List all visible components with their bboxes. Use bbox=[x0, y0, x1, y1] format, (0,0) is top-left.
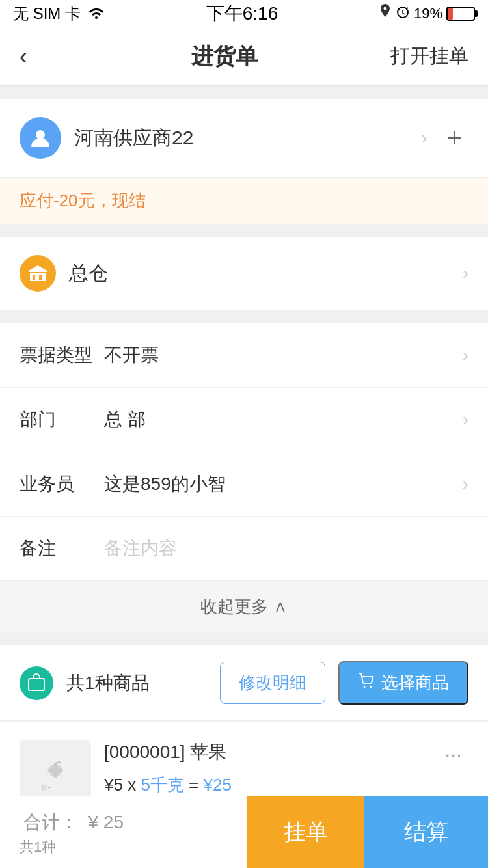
remark-input[interactable]: 备注内容 bbox=[104, 536, 468, 561]
wifi-icon bbox=[87, 5, 105, 23]
invoice-chevron-icon: › bbox=[463, 345, 468, 366]
total-amount: 合计： ¥ 25 bbox=[20, 808, 228, 835]
warehouse-row[interactable]: 总仓 › bbox=[0, 237, 488, 310]
remark-row[interactable]: 备注 备注内容 bbox=[0, 517, 488, 581]
salesperson-label: 业务员 bbox=[20, 472, 104, 496]
battery-icon bbox=[446, 7, 475, 21]
department-value: 总 部 bbox=[104, 407, 463, 432]
modify-detail-button[interactable]: 修改明细 bbox=[220, 662, 325, 704]
collapse-row[interactable]: 收起更多 ∧ bbox=[0, 581, 488, 632]
salesperson-chevron-icon: › bbox=[463, 474, 468, 495]
equals-symbol: = bbox=[189, 775, 203, 794]
divider-3 bbox=[0, 310, 488, 323]
alarm-icon bbox=[396, 5, 410, 23]
product-menu-button[interactable]: ··· bbox=[438, 740, 468, 769]
unit-price: ¥5 bbox=[104, 775, 123, 794]
total-value: ¥ 25 bbox=[88, 812, 124, 832]
hang-button[interactable]: 挂单 bbox=[247, 796, 364, 868]
invoice-label: 票据类型 bbox=[20, 343, 104, 368]
department-row[interactable]: 部门 总 部 › bbox=[0, 388, 488, 452]
svg-point-3 bbox=[364, 686, 366, 688]
products-header: 共1种商品 修改明细 选择商品 bbox=[0, 645, 488, 720]
supplier-name: 河南供应商22 bbox=[74, 125, 421, 152]
invoice-row[interactable]: 票据类型 不开票 › bbox=[0, 323, 488, 388]
product-id: [0000001] bbox=[104, 742, 185, 762]
quantity: 5千克 bbox=[141, 775, 183, 794]
product-price: ¥5 x 5千克 = ¥25 bbox=[104, 774, 425, 796]
product-name: [0000001] 苹果 bbox=[104, 740, 425, 765]
location-icon bbox=[379, 4, 392, 23]
remark-label: 备注 bbox=[20, 536, 104, 561]
add-supplier-button[interactable]: + bbox=[441, 124, 468, 153]
product-title: 苹果 bbox=[190, 742, 226, 762]
supplier-section: 河南供应商22 › + 应付-20元，现结 bbox=[0, 99, 488, 224]
products-icon bbox=[20, 666, 53, 700]
status-right: 19% bbox=[379, 4, 475, 23]
select-product-label: 选择商品 bbox=[381, 671, 449, 694]
invoice-value: 不开票 bbox=[104, 343, 463, 368]
svg-point-7 bbox=[47, 768, 63, 773]
checkout-button[interactable]: 结算 bbox=[364, 796, 488, 868]
divider-2 bbox=[0, 224, 488, 237]
battery-percent: 19% bbox=[414, 5, 442, 22]
status-bar: 无 SIM 卡 下午6:16 19% bbox=[0, 0, 488, 27]
supplier-row[interactable]: 河南供应商22 › + bbox=[0, 99, 488, 178]
divider-1 bbox=[0, 86, 488, 99]
svg-point-4 bbox=[370, 686, 372, 688]
nav-bar: ‹ 进货单 打开挂单 bbox=[0, 27, 488, 86]
status-left: 无 SIM 卡 bbox=[13, 3, 105, 24]
salesperson-value: 这是859的小智 bbox=[104, 472, 463, 496]
warehouse-section: 总仓 › bbox=[0, 237, 488, 310]
warehouse-name: 总仓 bbox=[69, 260, 463, 287]
department-chevron-icon: › bbox=[463, 409, 468, 430]
form-section: 票据类型 不开票 › 部门 总 部 › 业务员 这是859的小智 › 备注 备注… bbox=[0, 323, 488, 581]
warehouse-chevron-icon: › bbox=[463, 263, 468, 284]
svg-point-1 bbox=[36, 130, 45, 139]
back-button[interactable]: ‹ bbox=[20, 43, 59, 70]
department-label: 部门 bbox=[20, 407, 104, 432]
collapse-label: 收起更多 ∧ bbox=[200, 597, 287, 616]
products-count: 共1种商品 bbox=[66, 671, 207, 696]
multiply-symbol: x bbox=[128, 775, 141, 794]
total-label: 合计： bbox=[23, 812, 78, 832]
total-section: 合计： ¥ 25 共1种 bbox=[0, 796, 247, 868]
svg-rect-2 bbox=[29, 679, 44, 690]
chevron-right-icon: › bbox=[421, 128, 427, 148]
product-info: [0000001] 苹果 ¥5 x 5千克 = ¥25 bbox=[104, 740, 425, 796]
total-sub: 共1种 bbox=[20, 837, 228, 857]
divider-4 bbox=[0, 632, 488, 645]
payment-notice: 应付-20元，现结 bbox=[0, 178, 488, 224]
svg-text:督+: 督+ bbox=[41, 784, 51, 791]
carrier-text: 无 SIM 卡 bbox=[13, 3, 81, 24]
cart-icon bbox=[358, 673, 376, 693]
warehouse-icon bbox=[20, 255, 56, 292]
bottom-bar: 合计： ¥ 25 共1种 挂单 结算 bbox=[0, 796, 488, 868]
select-product-button[interactable]: 选择商品 bbox=[338, 661, 468, 705]
supplier-avatar bbox=[20, 117, 61, 159]
status-time: 下午6:16 bbox=[206, 1, 278, 26]
salesperson-row[interactable]: 业务员 这是859的小智 › bbox=[0, 452, 488, 517]
page-title: 进货单 bbox=[59, 42, 390, 72]
open-pending-button[interactable]: 打开挂单 bbox=[390, 43, 468, 70]
item-total: ¥25 bbox=[204, 775, 232, 794]
